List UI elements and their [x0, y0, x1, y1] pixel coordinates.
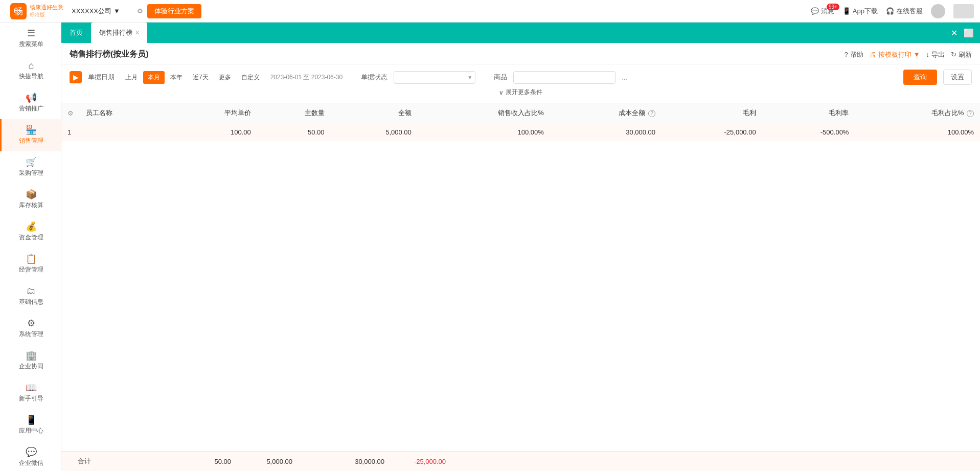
expand-more-btn[interactable]: ∨ 展开更多条件 — [70, 85, 972, 98]
column-settings-icon[interactable]: ⚙ — [67, 109, 74, 117]
tab-close-icon[interactable]: × — [135, 29, 139, 36]
sidebar-item-inventory[interactable]: 📦 库存核算 — [0, 184, 61, 216]
logo-text: 畅康通好生意 标准版 — [30, 4, 63, 18]
filter-area: ▶ 单据日期 上月 本月 本年 近7天 更多 自定义 2023-06-01 至 … — [61, 64, 980, 103]
question-icon: ? — [844, 51, 848, 58]
sidebar-item-purchase[interactable]: 🛒 采购管理 — [0, 151, 61, 184]
wechat-icon: 💬 — [26, 447, 37, 457]
message-badge: 99+ — [827, 4, 839, 10]
finance-icon: 💰 — [26, 222, 37, 231]
guide-icon: 📖 — [26, 383, 37, 392]
export-button[interactable]: ↓ 导出 — [926, 50, 945, 59]
date-btn-last-month[interactable]: 上月 — [121, 71, 142, 84]
td-gross: -25,000.00 — [662, 123, 762, 142]
th-gross-rate: 毛利率 — [762, 103, 855, 123]
cost-help-icon[interactable]: ? — [648, 110, 655, 117]
page-header: 销售排行榜(按业务员) ? 帮助 🖨 按模板打印 ▼ ↓ 导出 — [61, 43, 980, 64]
date-btn-custom[interactable]: 自定义 — [237, 71, 264, 84]
online-service-item[interactable]: 🎧 在线客服 — [886, 7, 923, 16]
page-content: 销售排行榜(按业务员) ? 帮助 🖨 按模板打印 ▼ ↓ 导出 — [61, 43, 980, 471]
footer-cost: 30,000.00 — [333, 458, 384, 465]
sidebar-item-enterprise[interactable]: 🏢 企业协同 — [0, 345, 61, 377]
sidebar-item-guide[interactable]: 📖 新手引导 — [0, 377, 61, 409]
expand-more-icon: ∨ — [499, 89, 504, 96]
top-right-actions: 💬 消息 99+ 📱 App下载 🎧 在线客服 — [811, 4, 974, 18]
th-sales-pct: 销售收入占比% — [418, 103, 550, 123]
table-head: ⚙ 员工名称 平均单价 主数量 全额 销售收入占比% 成本全额 ? 毛利 — [61, 103, 980, 123]
query-button[interactable]: 查询 — [903, 70, 937, 85]
footer-spacer1 — [129, 458, 190, 465]
sales-icon: 🏪 — [26, 125, 37, 134]
filter-toggle-icon[interactable]: ▶ — [70, 71, 82, 83]
sidebar-item-wechat[interactable]: 💬 企业微信 — [0, 441, 61, 471]
th-settings[interactable]: ⚙ — [61, 103, 80, 123]
footer-label: 合计 — [67, 457, 129, 466]
content-area: 首页 销售排行榜 × ✕ ⬜ 销售排行榜(按业务员) ? 帮助 — [61, 23, 980, 471]
maximize-window-icon[interactable]: ⬜ — [964, 28, 974, 38]
export-label: 导出 — [931, 50, 945, 59]
table-row: 1 100.00 50.00 5,000.00 100.00% 30,000.0… — [61, 123, 980, 142]
table-header-row: ⚙ 员工名称 平均单价 主数量 全额 销售收入占比% 成本全额 ? 毛利 — [61, 103, 980, 123]
date-btn-this-year[interactable]: 本年 — [166, 71, 187, 84]
td-cost: 30,000.00 — [550, 123, 662, 142]
refresh-button[interactable]: ↻ 刷新 — [951, 50, 972, 59]
industry-button[interactable]: 体验行业方案 — [147, 4, 201, 18]
sidebar-item-basics[interactable]: 🗂 基础信息 — [0, 280, 61, 312]
date-filter-label: 单据日期 — [88, 73, 115, 82]
date-btn-more[interactable]: 更多 — [214, 71, 236, 84]
sidebar-item-operations[interactable]: 📋 经营管理 — [0, 248, 61, 280]
sidebar-item-sales[interactable]: 🏪 销售管理 — [0, 119, 61, 151]
th-gross: 毛利 — [662, 103, 762, 123]
app-icon: 📱 — [842, 7, 851, 15]
date-btn-7days[interactable]: 近7天 — [188, 71, 213, 84]
template-print-button[interactable]: 🖨 按模板打印 ▼ — [870, 50, 920, 59]
system-icon: ⚙ — [27, 319, 35, 328]
close-window-icon[interactable]: ✕ — [951, 28, 958, 38]
help-label: 帮助 — [850, 50, 863, 59]
status-select[interactable] — [394, 71, 475, 84]
td-gross-pct: 100.00% — [855, 123, 980, 142]
date-range-display: 2023-06-01 至 2023-06-30 — [270, 73, 343, 82]
print-chevron-icon: ▼ — [914, 51, 920, 58]
td-sales-pct: 100.00% — [418, 123, 550, 142]
message-icon: 💬 — [811, 7, 819, 15]
company-selector[interactable]: XXXXXX公司 ▼ — [72, 7, 133, 16]
logo-line1: 畅康通好生意 — [30, 4, 63, 11]
gross-pct-help-icon[interactable]: ? — [967, 110, 974, 117]
sidebar-label-operations: 经营管理 — [19, 265, 43, 274]
help-button[interactable]: ? 帮助 — [844, 50, 863, 59]
basics-icon: 🗂 — [27, 286, 36, 296]
goods-filter-label: 商品 — [494, 73, 507, 82]
goods-more-btn[interactable]: ... — [622, 74, 627, 81]
td-name — [80, 123, 168, 142]
goods-input[interactable] — [513, 71, 616, 84]
date-btn-this-month[interactable]: 本月 — [143, 71, 165, 84]
app-download-label: App下载 — [853, 7, 878, 16]
filter-row-main: ▶ 单据日期 上月 本月 本年 近7天 更多 自定义 2023-06-01 至 … — [70, 70, 972, 85]
tab-sales-ranking[interactable]: 销售排行榜 × — [91, 23, 147, 43]
footer-total: 5,000.00 — [241, 458, 292, 465]
gear-icon-topbar[interactable]: ⚙ — [137, 7, 143, 15]
sidebar-label-guide: 新手引导 — [19, 394, 43, 403]
message-item[interactable]: 💬 消息 99+ — [811, 7, 834, 16]
logo-icon: 畅 — [10, 3, 27, 19]
sidebar-item-apps[interactable]: 📱 应用中心 — [0, 409, 61, 441]
export-icon: ↓ — [926, 51, 930, 58]
sidebar-item-quick-nav[interactable]: ⌂ 快捷导航 — [0, 55, 61, 87]
avatar[interactable] — [931, 4, 945, 18]
setting-button[interactable]: 设置 — [943, 70, 972, 85]
sidebar-item-system[interactable]: ⚙ 系统管理 — [0, 312, 61, 345]
sidebar-label-search-order: 搜索菜单 — [19, 40, 43, 49]
sidebar-label-marketing: 营销推广 — [19, 104, 43, 113]
td-avg-price: 100.00 — [168, 123, 257, 142]
sidebar-label-apps: 应用中心 — [19, 427, 43, 435]
online-service-label: 在线客服 — [896, 7, 923, 16]
sidebar-item-finance[interactable]: 💰 资金管理 — [0, 216, 61, 248]
home-icon: ⌂ — [29, 61, 34, 70]
table-footer: 合计 50.00 5,000.00 30,000.00 -25,000.00 — [61, 451, 980, 471]
sidebar-item-marketing[interactable]: 📢 营销推广 — [0, 87, 61, 119]
tab-home[interactable]: 首页 — [61, 23, 91, 43]
sidebar-item-search-order[interactable]: ☰ 搜索菜单 — [0, 23, 61, 55]
marketing-icon: 📢 — [26, 93, 37, 102]
app-download-item[interactable]: 📱 App下载 — [842, 7, 878, 16]
